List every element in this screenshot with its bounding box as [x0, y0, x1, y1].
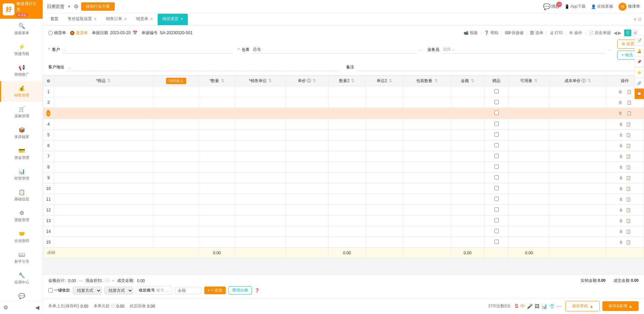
copy-row-12[interactable]: 📋 — [626, 208, 631, 212]
customer-address-input[interactable]: ... — [66, 63, 341, 71]
collapse-btn[interactable]: ◀ — [35, 304, 39, 311]
copy-row-8[interactable]: 📋 — [626, 165, 631, 170]
qty-cell-3[interactable] — [199, 108, 235, 119]
gift-checkbox-5[interactable] — [494, 132, 499, 137]
product-cell-1[interactable] — [54, 86, 153, 97]
close-sales-bill-tab[interactable]: ✕ — [150, 17, 153, 21]
sort-available-icon[interactable]: ⇅ — [534, 78, 538, 83]
delete-row-14[interactable]: 🗑 — [619, 229, 623, 234]
sidebar-item-finance[interactable]: 💳 资金管理 — [0, 143, 43, 164]
packqty-cell-1[interactable] — [403, 86, 451, 97]
close-price-tab[interactable]: ✕ — [94, 17, 97, 21]
costprice-cell-2[interactable] — [549, 97, 606, 108]
copy-row-1[interactable]: 📋 — [627, 89, 632, 94]
tab-price-settings[interactable]: 售价提取设置 ✕ — [63, 13, 101, 25]
settlement-select[interactable]: 结算方式 — [73, 287, 102, 295]
save-draft-btn[interactable]: 保存草稿 ▲ — [566, 301, 600, 311]
delete-row-9[interactable]: 🗑 — [619, 176, 623, 180]
gift-cell-2[interactable] — [484, 97, 509, 108]
print-btn[interactable]: 🖨 打印 — [550, 30, 563, 36]
copy-row-13[interactable]: 📋 — [626, 218, 631, 223]
settings-btn[interactable]: ⚙ — [3, 304, 8, 311]
account-field[interactable]: 收款账号 账号 ... — [136, 286, 172, 295]
delete-row-6[interactable]: 🗑 — [619, 143, 623, 148]
costprice-cell-3[interactable] — [549, 108, 606, 119]
sidebar-item-guide[interactable]: 📖 新手引导 — [0, 247, 43, 268]
icon-img[interactable]: 🖼 — [535, 304, 539, 309]
sidebar-item-inventory[interactable]: 📦 库存核算 — [0, 123, 43, 143]
fee-split-btn[interactable]: 费用分摊 — [228, 286, 252, 295]
sidebar-item-search[interactable]: 🔍 搜索菜单 — [0, 19, 43, 40]
col-settings-header[interactable]: ⚙ — [43, 76, 54, 86]
sort-product-icon[interactable]: ⇅ — [107, 78, 111, 83]
sort-unit-icon[interactable]: ⇅ — [268, 78, 272, 83]
copy-row-2[interactable]: 📋 — [627, 100, 632, 105]
sort-costprice-icon[interactable]: ⇅ — [588, 78, 591, 83]
close-sales-return-tab[interactable]: ✕ — [180, 17, 183, 21]
copy-row-5[interactable]: 📋 — [626, 133, 631, 137]
warehouse-input[interactable]: 总仓 — [252, 46, 417, 54]
sidebar-item-wechat[interactable]: 💬 企业微信 — [0, 289, 43, 301]
prev-arrow[interactable]: ◀ — [613, 30, 617, 36]
radio-return-bill[interactable]: 退货单 — [70, 30, 88, 36]
icon-shirt[interactable]: 👕 — [549, 304, 555, 309]
icon-mic[interactable]: 🎤 — [527, 304, 533, 309]
amount-cell-2[interactable] — [451, 97, 484, 108]
gift-checkbox-4[interactable] — [494, 122, 499, 126]
app-download-btn[interactable]: 📱 App下载 — [565, 4, 586, 9]
copy-row-10[interactable]: 📋 — [626, 186, 631, 191]
sort-price-icon[interactable]: ⇅ — [313, 78, 316, 83]
copy-row-15[interactable]: 📋 — [626, 240, 631, 245]
amount-cell-1[interactable] — [451, 86, 484, 97]
unit-cell-1[interactable] — [235, 86, 286, 97]
float-btn-4[interactable]: ⭐ — [635, 67, 644, 78]
packqty-cell-3[interactable] — [403, 108, 451, 119]
delete-row-4[interactable]: 🗑 — [619, 122, 623, 127]
sidebar-item-collab[interactable]: 🤝 企业协同 — [0, 227, 43, 247]
delete-row-3[interactable]: 🗑 — [619, 111, 623, 116]
gift-checkbox-3[interactable] — [494, 111, 499, 115]
user-area[interactable]: 徐 徐泽华 — [619, 3, 640, 11]
tab-home[interactable]: 首页 — [46, 13, 63, 25]
gift-checkbox-8[interactable] — [494, 165, 499, 169]
delete-row-7[interactable]: 🗑 — [619, 154, 623, 159]
tab-sales-order[interactable]: 销售订单 ✕ — [101, 13, 131, 25]
list-view-btn[interactable]: ☰ — [624, 29, 631, 36]
icon-table[interactable]: 📊 — [541, 304, 547, 309]
sort-amount-icon[interactable]: ⇅ — [471, 78, 474, 83]
qty-cell-2[interactable] — [199, 97, 235, 108]
sidebar-item-basic[interactable]: 📋 基础信息 — [0, 185, 43, 206]
calendar-icon[interactable]: 📅 — [132, 30, 138, 35]
gift-cell-3[interactable] — [484, 108, 509, 119]
select-btn[interactable]: ☰ 选单 — [530, 30, 543, 36]
fee-help-icon[interactable]: ❓ — [255, 288, 260, 293]
delete-row-13[interactable]: 🗑 — [619, 218, 623, 223]
table-settings-icon[interactable]: ⚙ — [47, 79, 50, 83]
unit2-cell-3[interactable] — [366, 108, 403, 119]
qty2-cell-3[interactable] — [328, 108, 366, 119]
delete-row-1[interactable]: 🗑 — [619, 89, 623, 94]
delete-row-10[interactable]: 🗑 — [619, 186, 623, 191]
online-service-btn[interactable]: 👤 在线客服 — [591, 4, 613, 9]
unit-cell-2[interactable] — [235, 97, 286, 108]
gift-checkbox-11[interactable] — [494, 197, 499, 201]
customer-input[interactable]: ... — [62, 46, 233, 54]
shortcut-key-btn[interactable]: ⌨ 快捷键 — [505, 30, 524, 36]
price-cell-3[interactable] — [286, 108, 328, 119]
delete-row-15[interactable]: 🗑 — [619, 240, 623, 245]
sidebar-item-shortcut[interactable]: ⚡ 快捷导航 — [0, 40, 43, 60]
copy-row-9[interactable]: 📋 — [626, 176, 631, 180]
sort-qty2-icon[interactable]: ⇅ — [351, 78, 355, 83]
delete-row-12[interactable]: 🗑 — [619, 208, 623, 212]
available-cell-2[interactable] — [509, 97, 549, 108]
copy-row-11[interactable]: 📋 — [626, 197, 631, 202]
radio-sales-bill[interactable]: 销货单 — [48, 30, 66, 36]
sidebar-item-sales[interactable]: 💰 销售管理 — [0, 81, 43, 102]
gift-checkbox-13[interactable] — [494, 218, 499, 223]
remark-input[interactable] — [356, 63, 639, 71]
packqty-cell-2[interactable] — [403, 97, 451, 108]
gift-checkbox-14[interactable] — [494, 229, 499, 233]
unit2-cell-1[interactable] — [366, 86, 403, 97]
tab-sales-bill[interactable]: 销货单 ✕ — [131, 13, 158, 25]
sort-packqty-icon[interactable]: ⇅ — [434, 78, 438, 83]
